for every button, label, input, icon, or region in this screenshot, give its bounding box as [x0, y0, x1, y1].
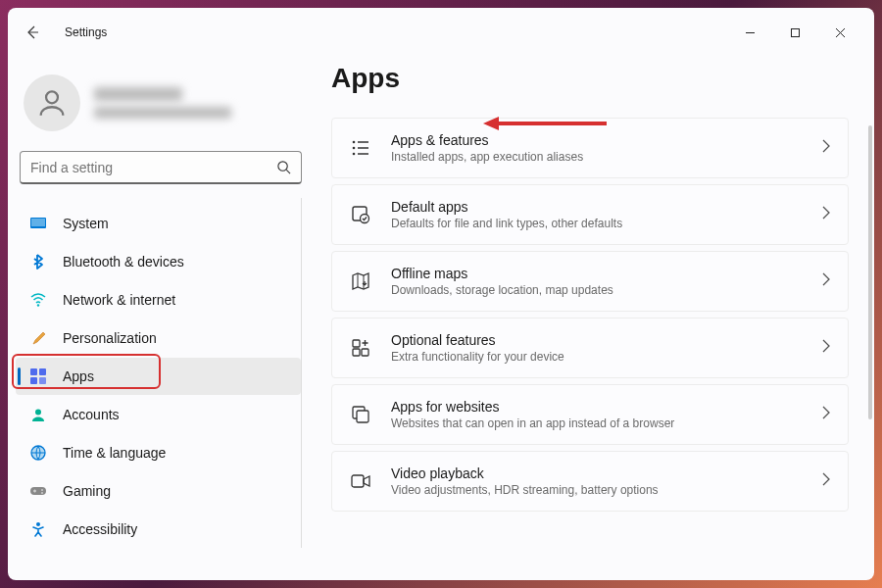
- profile-email-redacted: [94, 107, 231, 119]
- accessibility-icon: [29, 520, 47, 538]
- card-title: Apps & features: [391, 132, 803, 148]
- card-default-apps[interactable]: Default apps Defaults for file and link …: [331, 184, 849, 245]
- svg-rect-9: [31, 219, 45, 226]
- sidebar-item-system[interactable]: System: [16, 205, 301, 242]
- svg-rect-35: [357, 411, 368, 422]
- svg-point-19: [41, 492, 43, 494]
- window-controls: [727, 17, 862, 48]
- back-arrow-icon: [24, 24, 40, 40]
- card-title: Default apps: [391, 199, 803, 215]
- web-icon: [350, 404, 371, 425]
- svg-rect-17: [30, 487, 46, 495]
- svg-point-18: [41, 489, 43, 491]
- sidebar-item-apps[interactable]: Apps: [16, 358, 301, 395]
- profile-name-redacted: [94, 87, 182, 101]
- card-optional-features[interactable]: Optional features Extra functionality fo…: [331, 318, 849, 378]
- sidebar-item-label: Accessibility: [63, 521, 137, 537]
- profile-text: [94, 87, 231, 119]
- sidebar-item-label: Gaming: [63, 483, 111, 499]
- svg-point-15: [35, 410, 41, 416]
- sidebar-item-personalization[interactable]: Personalization: [16, 319, 301, 357]
- svg-point-6: [278, 162, 287, 171]
- card-subtitle: Extra functionality for your device: [391, 350, 803, 364]
- svg-point-21: [353, 141, 356, 144]
- back-button[interactable]: [20, 20, 45, 45]
- svg-rect-31: [353, 340, 360, 347]
- sidebar-item-time-language[interactable]: Time & language: [16, 434, 301, 471]
- svg-point-23: [353, 147, 356, 150]
- globe-icon: [29, 444, 47, 462]
- svg-line-7: [286, 170, 290, 173]
- brush-icon: [29, 329, 47, 347]
- card-content: Apps for websites Websites that can open…: [391, 399, 803, 430]
- gaming-icon: [29, 482, 47, 500]
- close-icon: [835, 27, 846, 38]
- system-icon: [29, 215, 47, 232]
- svg-point-10: [37, 304, 39, 306]
- svg-point-20: [36, 522, 40, 526]
- svg-rect-12: [39, 368, 46, 375]
- card-subtitle: Downloads, storage location, map updates: [391, 283, 803, 297]
- chevron-right-icon: [822, 139, 830, 157]
- sidebar-item-bluetooth[interactable]: Bluetooth & devices: [16, 243, 301, 280]
- search-box[interactable]: [20, 151, 302, 184]
- sidebar-item-network[interactable]: Network & internet: [16, 281, 301, 318]
- list-icon: [350, 137, 371, 159]
- body-container: System Bluetooth & devices Network & int…: [8, 53, 874, 580]
- nav-list: System Bluetooth & devices Network & int…: [16, 198, 302, 548]
- chevron-right-icon: [822, 339, 830, 357]
- svg-rect-11: [30, 368, 37, 375]
- sidebar-item-accounts[interactable]: Accounts: [16, 396, 301, 433]
- svg-rect-14: [39, 377, 46, 384]
- bluetooth-icon: [29, 253, 47, 270]
- sidebar-item-accessibility[interactable]: Accessibility: [16, 511, 301, 548]
- profile-section[interactable]: [16, 61, 306, 151]
- sidebar-item-label: Accounts: [63, 407, 120, 422]
- search-icon: [276, 160, 291, 174]
- card-offline-maps[interactable]: Offline maps Downloads, storage location…: [331, 251, 849, 312]
- sidebar-item-label: Bluetooth & devices: [63, 254, 184, 270]
- svg-rect-32: [362, 349, 368, 356]
- svg-point-25: [353, 153, 356, 156]
- chevron-right-icon: [822, 472, 830, 490]
- card-title: Optional features: [391, 332, 803, 348]
- card-title: Apps for websites: [391, 399, 803, 415]
- sidebar: System Bluetooth & devices Network & int…: [8, 53, 310, 580]
- card-title: Video playback: [391, 466, 803, 481]
- svg-rect-2: [791, 28, 799, 36]
- svg-rect-13: [30, 377, 37, 384]
- chevron-right-icon: [822, 406, 830, 423]
- accounts-icon: [29, 406, 47, 423]
- search-input[interactable]: [30, 160, 276, 175]
- close-button[interactable]: [817, 17, 862, 48]
- card-title: Offline maps: [391, 266, 803, 281]
- card-apps-websites[interactable]: Apps for websites Websites that can open…: [331, 384, 849, 445]
- person-icon: [35, 86, 69, 120]
- card-video-playback[interactable]: Video playback Video adjustments, HDR st…: [331, 451, 849, 512]
- svg-point-5: [46, 91, 58, 103]
- settings-cards: Apps & features Installed apps, app exec…: [331, 118, 855, 512]
- avatar: [24, 74, 80, 131]
- card-subtitle: Video adjustments, HDR streaming, batter…: [391, 483, 803, 497]
- main-content: Apps Apps & features Installed apps, app…: [310, 53, 874, 580]
- sidebar-item-label: System: [63, 216, 109, 231]
- video-icon: [350, 470, 371, 492]
- optional-icon: [350, 337, 371, 359]
- minimize-button[interactable]: [727, 17, 772, 48]
- card-content: Apps & features Installed apps, app exec…: [391, 132, 803, 164]
- card-content: Offline maps Downloads, storage location…: [391, 266, 803, 297]
- window-title: Settings: [65, 25, 727, 39]
- sidebar-item-gaming[interactable]: Gaming: [16, 472, 301, 510]
- default-icon: [350, 204, 371, 225]
- sidebar-item-label: Time & language: [63, 445, 166, 461]
- card-apps-features[interactable]: Apps & features Installed apps, app exec…: [331, 118, 849, 178]
- card-subtitle: Installed apps, app execution aliases: [391, 150, 803, 164]
- svg-rect-33: [353, 349, 360, 356]
- maximize-button[interactable]: [772, 17, 817, 48]
- apps-icon: [29, 368, 47, 385]
- svg-rect-36: [352, 475, 364, 487]
- sidebar-item-label: Personalization: [63, 330, 157, 346]
- maximize-icon: [790, 27, 801, 38]
- chevron-right-icon: [822, 206, 830, 223]
- scrollbar[interactable]: [868, 125, 872, 419]
